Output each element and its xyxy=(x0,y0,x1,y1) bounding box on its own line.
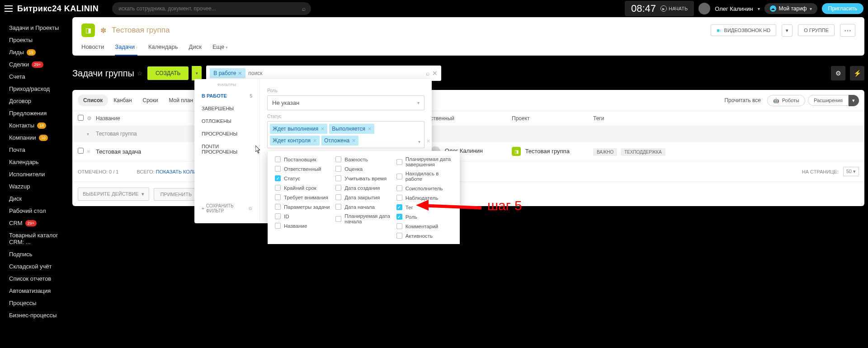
robots-button[interactable]: 🤖 Роботы xyxy=(767,95,805,106)
sidebar-item[interactable]: Подпись xyxy=(0,248,72,260)
field-option[interactable]: Важность xyxy=(335,156,392,162)
field-option[interactable]: Планируемая дата завершения xyxy=(396,156,453,167)
filter-box[interactable]: В работе ✕ ⌕ ✕ xyxy=(206,66,441,81)
settings-button[interactable]: ⚙ xyxy=(831,66,845,80)
tab[interactable]: Задачи› xyxy=(115,37,137,56)
global-search-input[interactable] xyxy=(112,2,311,15)
sidebar-item[interactable]: Счета xyxy=(0,71,72,83)
filter-preset[interactable]: ПОЧТИ ПРОСРОЧЕНЫ xyxy=(194,140,259,158)
field-option[interactable]: Ответственный xyxy=(275,166,331,172)
status-chip[interactable]: Отложена✕ xyxy=(321,136,359,146)
bolt-button[interactable]: ⚡ xyxy=(850,66,864,80)
sidebar-item[interactable]: Список отчетов xyxy=(0,273,72,285)
sidebar-item[interactable]: Сделки29+ xyxy=(0,58,72,71)
status-multiselect[interactable]: Ждет выполнения✕Выполняется✕Ждет контрол… xyxy=(267,121,425,148)
sidebar-item[interactable]: Приход/расход xyxy=(0,83,72,95)
sidebar-item[interactable]: Складской учёт xyxy=(0,260,72,273)
view-tab[interactable]: Мой план xyxy=(163,94,198,106)
col-responsible[interactable]: ственный xyxy=(430,115,512,122)
col-project[interactable]: Проект xyxy=(512,115,593,122)
clock-widget[interactable]: 08:47 ▸ НАЧАТЬ xyxy=(625,1,694,16)
sidebar-item[interactable]: Лиды19 xyxy=(0,46,72,58)
sidebar-item[interactable]: Задачи и Проекты xyxy=(0,22,72,34)
page-size-select[interactable]: 50 ▾ xyxy=(843,167,859,176)
close-icon[interactable]: ✕ xyxy=(368,126,372,132)
filter-search-input[interactable] xyxy=(248,70,423,76)
filter-chip[interactable]: В работе ✕ xyxy=(210,68,245,78)
user-name[interactable]: Олег Калинин xyxy=(715,5,753,12)
tab[interactable]: Новости xyxy=(81,37,104,56)
row-checkbox[interactable] xyxy=(78,148,84,154)
field-option[interactable]: Планируемая дата начала xyxy=(335,213,392,224)
view-tab[interactable]: Канбан xyxy=(108,94,137,106)
field-option[interactable]: Учитывать время xyxy=(335,175,392,181)
sidebar-item[interactable]: Рабочий стол xyxy=(0,205,72,217)
sidebar-item[interactable]: Компании10 xyxy=(0,132,72,144)
sidebar-item[interactable]: Товарный каталог CRM: ... xyxy=(0,229,72,248)
sidebar-item[interactable]: Предложения xyxy=(0,107,72,119)
field-option[interactable]: Параметры задачи xyxy=(275,204,331,210)
field-option[interactable]: Требует внимания xyxy=(275,194,331,200)
sidebar-item[interactable]: CRM29+ xyxy=(0,217,72,229)
star-icon[interactable]: ☆ xyxy=(137,70,143,77)
bulk-action-select[interactable]: ВЫБЕРИТЕ ДЕЙСТВИЕ ▾ xyxy=(78,188,149,201)
create-dropdown[interactable]: ▾ xyxy=(192,66,202,80)
field-option[interactable]: Активность xyxy=(396,233,453,239)
sidebar-item[interactable]: Диск xyxy=(0,193,72,205)
extensions-button[interactable]: Расширения xyxy=(808,95,849,106)
create-button[interactable]: СОЗДАТЬ xyxy=(147,66,189,80)
gear-icon[interactable]: ⚙ xyxy=(87,115,96,122)
sidebar-item[interactable]: Договор xyxy=(0,95,72,107)
field-option[interactable]: Оценка xyxy=(335,166,392,172)
save-filter-button[interactable]: + СОХРАНИТЬ ФИЛЬТР ⚙ xyxy=(194,199,259,218)
field-option[interactable]: Роль xyxy=(396,214,453,220)
field-option[interactable]: Комментарий xyxy=(396,223,453,229)
sidebar-item[interactable]: Календарь xyxy=(0,156,72,168)
sidebar-item[interactable]: Процессы xyxy=(0,297,72,309)
filter-preset[interactable]: ОТЛОЖЕНЫ xyxy=(194,115,259,127)
start-button[interactable]: ▸ НАЧАТЬ xyxy=(660,5,688,12)
tab[interactable]: Еще▾ xyxy=(212,37,228,56)
table-group-row[interactable]: ▾ Тестовая группа xyxy=(72,126,864,142)
field-option[interactable]: Постановщик xyxy=(275,156,331,162)
more-button[interactable]: ⋯ xyxy=(840,24,855,37)
status-chip[interactable]: Ждет выполнения✕ xyxy=(270,124,327,134)
invite-button[interactable]: Пригласить xyxy=(822,3,863,14)
close-icon[interactable]: ✕ xyxy=(352,138,356,144)
filter-preset[interactable]: ЗАВЕРШЕНЫ xyxy=(194,102,259,115)
apply-button[interactable]: ПРИМЕНИТЬ xyxy=(154,188,198,201)
field-option[interactable]: Дата закрытия xyxy=(335,194,392,200)
tab[interactable]: Диск xyxy=(189,37,202,56)
col-tags[interactable]: Теги xyxy=(593,115,859,122)
close-icon[interactable]: ✕ xyxy=(321,126,325,132)
field-option[interactable]: Крайний срок xyxy=(275,185,331,191)
field-option[interactable]: Дата создания xyxy=(335,185,392,191)
project-cell[interactable]: ◨ Тестовая группа xyxy=(512,147,593,156)
close-icon[interactable]: ✕ xyxy=(313,138,317,144)
close-icon[interactable]: ✕ xyxy=(238,71,242,76)
clear-icon[interactable]: ✕ xyxy=(426,138,430,144)
sidebar-item[interactable]: Контакты18 xyxy=(0,119,72,132)
sidebar-item[interactable]: Почта xyxy=(0,144,72,156)
filter-preset[interactable]: ПРОСРОЧЕНЫ xyxy=(194,127,259,140)
videocall-dropdown[interactable]: ▾ xyxy=(782,24,793,37)
group-title[interactable]: Тестовая группа xyxy=(112,26,170,35)
chevron-down-icon[interactable]: ▾ xyxy=(758,6,760,11)
read-all-link[interactable]: Прочитать все xyxy=(724,97,760,103)
field-option[interactable]: Статус xyxy=(275,175,331,181)
sidebar-item[interactable]: Wazzup xyxy=(0,180,72,193)
field-option[interactable]: Соисполнитель xyxy=(396,185,453,191)
field-option[interactable]: Название xyxy=(275,223,331,229)
tariff-button[interactable]: ☁ Мой тариф ▾ xyxy=(764,3,817,14)
role-select[interactable]: Не указан ▾ xyxy=(267,95,425,110)
status-chip[interactable]: Ждет контроля✕ xyxy=(270,136,320,146)
sidebar-item[interactable]: Проекты xyxy=(0,34,72,46)
avatar[interactable] xyxy=(698,3,710,14)
status-chip[interactable]: Выполняется✕ xyxy=(329,124,374,134)
table-row[interactable]: ≡ Тестовая задача Олег Калинин ◨ Тестова… xyxy=(72,142,864,161)
filter-preset[interactable]: В РАБОТЕ5 xyxy=(194,89,259,102)
field-option[interactable]: Наблюдатель xyxy=(396,195,453,201)
tag-chip[interactable]: ВАЖНО xyxy=(593,148,617,156)
videocall-button[interactable]: ■‹ ВИДЕОЗВОНОК HD xyxy=(711,24,776,36)
view-tab[interactable]: Сроки xyxy=(137,94,164,106)
